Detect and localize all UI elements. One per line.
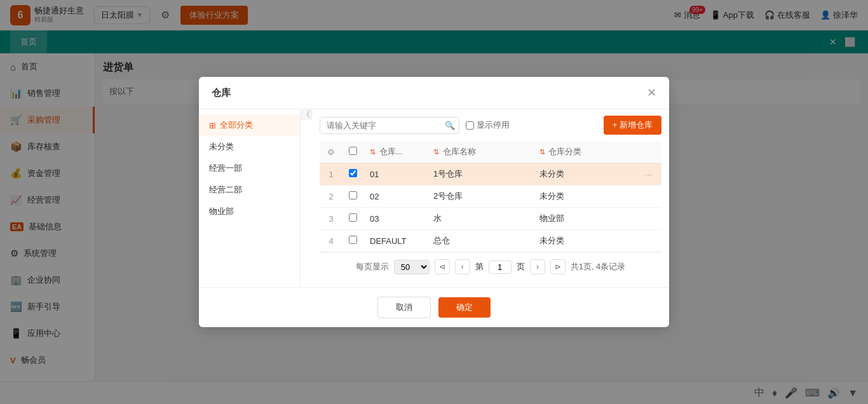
modal-overlay: 仓库 ✕ ⊞ 全部分类 未分类 经营一部 经营二部 [0,0,868,404]
show-disabled-checkbox[interactable] [466,121,474,130]
search-input[interactable] [320,118,440,133]
row-num: 1 [320,163,342,185]
table-row[interactable]: 3 03 水 物业部 [320,208,661,230]
row-name: 1号仓库 [427,163,533,185]
table-row[interactable]: 4 DEFAULT 总仓 未分类 [320,230,661,252]
category-unclassified[interactable]: 未分类 [199,136,300,158]
row-checkbox-cell [342,185,363,208]
row-actions[interactable] [639,230,661,252]
col-code-label: 仓库... [379,147,403,156]
sort-icon-category: ⇅ [539,148,545,156]
row-actions[interactable] [639,185,661,208]
per-page-select[interactable]: 501020100 [394,260,430,274]
select-all-checkbox[interactable] [349,147,357,155]
show-disabled-wrap: 显示停用 [466,119,510,131]
pagination: 每页显示 501020100 ⊲ ‹ 第 页 › ⊳ 共1页, 4条记录 [320,252,661,281]
table-header-row: ⚙ ⇅ 仓库... ⇅ 仓库名称 [320,141,661,163]
category-property-label: 物业部 [209,206,234,217]
prev-page-button[interactable]: ‹ [455,259,470,274]
col-checkbox [342,141,363,163]
sort-icon-name: ⇅ [433,148,439,156]
last-page-button[interactable]: ⊳ [550,259,566,274]
row-actions[interactable] [639,208,661,230]
sort-icon-code: ⇅ [370,148,376,156]
per-page-label: 每页显示 [356,261,389,273]
row-code: DEFAULT [363,230,427,252]
row-code: 03 [363,208,427,230]
search-icon[interactable]: 🔍 [440,118,459,133]
row-code: 01 [363,163,427,185]
row-checkbox[interactable] [349,191,357,199]
col-gear[interactable]: ⚙ [320,141,342,163]
table-row[interactable]: 2 02 2号仓库 未分类 [320,185,661,208]
row-checkbox-cell [342,163,363,185]
row-name: 总仓 [427,230,533,252]
row-checkbox-cell [342,230,363,252]
confirm-button[interactable]: 确定 [438,297,491,318]
category-dept1-label: 经营一部 [209,163,242,174]
warehouse-table: ⚙ ⇅ 仓库... ⇅ 仓库名称 [320,141,661,252]
category-all[interactable]: ⊞ 全部分类 [199,114,300,136]
row-category: 未分类 [533,163,639,185]
category-property[interactable]: 物业部 [199,201,300,222]
table-toolbar: 🔍 显示停用 + 新增仓库 [320,116,661,135]
col-code: ⇅ 仓库... [363,141,427,163]
modal-footer: 取消 确定 [199,287,669,327]
category-panel: ⊞ 全部分类 未分类 经营一部 经营二部 物业部 [199,109,301,287]
row-checkbox[interactable] [349,169,357,177]
search-input-wrap: 🔍 [320,117,459,134]
row-category: 物业部 [533,208,639,230]
modal-header: 仓库 ✕ [199,77,669,109]
modal-body: ⊞ 全部分类 未分类 经营一部 经营二部 物业部 《 [199,109,669,287]
show-disabled-label: 显示停用 [477,119,510,131]
row-name: 水 [427,208,533,230]
col-category: ⇅ 仓库分类 [533,141,639,163]
add-warehouse-button[interactable]: + 新增仓库 [604,116,661,135]
next-page-button[interactable]: › [530,259,545,274]
category-dept2[interactable]: 经营二部 [199,179,300,201]
first-page-button[interactable]: ⊲ [435,259,450,274]
cancel-button[interactable]: 取消 [377,297,431,318]
row-actions[interactable]: ··· [639,163,661,185]
table-row[interactable]: 1 01 1号仓库 未分类 ··· [320,163,661,185]
row-checkbox[interactable] [349,236,357,244]
table-container: ⚙ ⇅ 仓库... ⇅ 仓库名称 [320,141,661,252]
col-category-label: 仓库分类 [548,147,581,156]
category-all-label: 全部分类 [220,119,253,131]
col-actions [639,141,661,163]
row-checkbox-cell [342,208,363,230]
modal-close-button[interactable]: ✕ [647,86,656,100]
table-panel: 🔍 显示停用 + 新增仓库 ⚙ [312,109,669,287]
row-name: 2号仓库 [427,185,533,208]
col-name: ⇅ 仓库名称 [427,141,533,163]
row-num: 4 [320,230,342,252]
page-number-input[interactable] [489,260,512,274]
row-category: 未分类 [533,230,639,252]
col-name-label: 仓库名称 [443,147,476,156]
grid-icon: ⊞ [209,121,216,130]
category-dept1[interactable]: 经营一部 [199,158,300,179]
row-num: 3 [320,208,342,230]
row-code: 02 [363,185,427,208]
category-unclassified-label: 未分类 [209,141,234,152]
warehouse-modal: 仓库 ✕ ⊞ 全部分类 未分类 经营一部 经营二部 [199,77,669,327]
page-suffix: 页 [517,261,525,273]
collapse-panel-button[interactable]: 《 [301,109,312,120]
page-label: 第 [475,261,484,273]
modal-title: 仓库 [212,87,231,99]
row-checkbox[interactable] [349,213,357,222]
category-dept2-label: 经营二部 [209,184,242,196]
total-info: 共1页, 4条记录 [571,261,626,273]
row-num: 2 [320,185,342,208]
row-category: 未分类 [533,185,639,208]
